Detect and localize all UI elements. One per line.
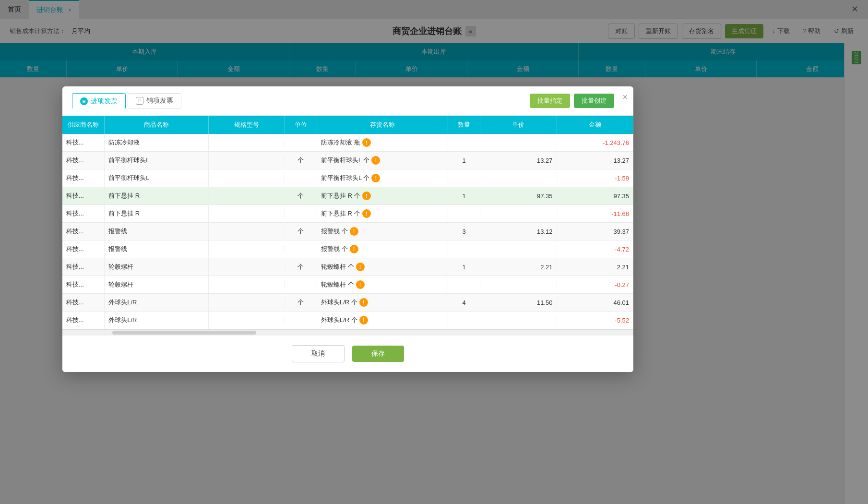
cell-supplier: 科技... bbox=[62, 312, 105, 329]
cell-amount: 97.35 bbox=[557, 188, 633, 204]
cell-storage: 前平衡杆球头L 个 ! bbox=[317, 169, 448, 187]
th-qty: 数量 bbox=[448, 116, 480, 134]
cell-spec bbox=[209, 227, 285, 236]
cell-unit-price: 97.35 bbox=[480, 188, 557, 204]
cell-supplier: 科技... bbox=[62, 223, 105, 240]
th-product: 商品名称 bbox=[105, 116, 208, 134]
cell-product: 轮毂螺杆 bbox=[105, 276, 208, 293]
modal-footer: 取消 保存 bbox=[62, 335, 633, 372]
cell-unit: 个 bbox=[285, 258, 317, 276]
cell-unit-price: 11.50 bbox=[480, 295, 557, 311]
cell-product: 前下悬挂 R bbox=[105, 187, 208, 204]
warning-icon: ! bbox=[362, 192, 371, 200]
cell-qty bbox=[448, 245, 480, 253]
warning-icon: ! bbox=[356, 263, 365, 271]
tab-out-invoice[interactable]: □ 销项发票 bbox=[128, 93, 181, 108]
cell-unit-price bbox=[480, 316, 557, 324]
cell-supplier: 科技... bbox=[62, 187, 105, 204]
cell-unit bbox=[285, 245, 317, 253]
th-supplier: 供应商名称 bbox=[62, 116, 105, 134]
cell-qty: 1 bbox=[448, 188, 480, 204]
cell-spec bbox=[209, 245, 285, 253]
scroll-area[interactable] bbox=[62, 329, 633, 335]
cell-spec bbox=[209, 174, 285, 182]
cell-storage: 报警线 个 ! bbox=[317, 223, 448, 240]
cell-unit bbox=[285, 138, 317, 147]
cell-amount: -0.27 bbox=[557, 277, 633, 293]
cell-product: 外球头L/R bbox=[105, 312, 208, 329]
table-row: 科技... 报警线 报警线 个 ! -4.72 bbox=[62, 240, 633, 258]
warning-icon: ! bbox=[362, 209, 371, 218]
cell-storage: 前平衡杆球头L 个 ! bbox=[317, 152, 448, 169]
warning-icon: ! bbox=[350, 227, 358, 236]
batch-assign-button[interactable]: 批量指定 bbox=[530, 94, 570, 108]
cell-amount: 2.21 bbox=[557, 259, 633, 275]
cell-spec bbox=[209, 316, 285, 324]
cell-supplier: 科技... bbox=[62, 276, 105, 293]
cell-storage: 前下悬挂 R 个 ! bbox=[317, 205, 448, 222]
warning-icon: ! bbox=[350, 245, 358, 253]
cell-product: 报警线 bbox=[105, 223, 208, 240]
tab-out-icon: □ bbox=[136, 97, 143, 105]
cell-spec bbox=[209, 209, 285, 218]
cancel-button[interactable]: 取消 bbox=[292, 345, 345, 362]
modal-close-button[interactable]: × bbox=[622, 92, 628, 102]
modal-dialog: ◉ 进项发票 □ 销项发票 批量指定 批量创建 × 供应商名称 商品名称 规格型… bbox=[62, 86, 633, 372]
table-row: 科技... 前平衡杆球头L 前平衡杆球头L 个 ! -1.59 bbox=[62, 169, 633, 187]
cell-unit bbox=[285, 316, 317, 324]
cell-supplier: 科技... bbox=[62, 152, 105, 169]
cell-storage: 轮毂螺杆 个 ! bbox=[317, 276, 448, 293]
cell-spec bbox=[209, 280, 285, 289]
cell-supplier: 科技... bbox=[62, 169, 105, 187]
cell-qty bbox=[448, 316, 480, 324]
tab-in-invoice[interactable]: ◉ 进项发票 bbox=[72, 93, 126, 108]
warning-icon: ! bbox=[371, 174, 380, 182]
cell-product: 前下悬挂 R bbox=[105, 205, 208, 222]
cell-qty bbox=[448, 138, 480, 147]
th-unit-price: 单价 bbox=[480, 116, 557, 134]
cell-unit-price: 13.12 bbox=[480, 224, 557, 240]
warning-icon: ! bbox=[362, 138, 371, 147]
table-row: 科技... 前下悬挂 R 个 前下悬挂 R 个 ! 1 97.35 97.35 bbox=[62, 187, 633, 205]
cell-unit: 个 bbox=[285, 152, 317, 169]
cell-spec bbox=[209, 192, 285, 200]
save-button[interactable]: 保存 bbox=[352, 346, 404, 362]
table-row: 科技... 轮毂螺杆 个 轮毂螺杆 个 ! 1 2.21 2.21 bbox=[62, 258, 633, 276]
cell-unit bbox=[285, 209, 317, 218]
cell-unit bbox=[285, 174, 317, 182]
cell-qty: 3 bbox=[448, 224, 480, 240]
cell-storage: 外球头L/R 个 ! bbox=[317, 294, 448, 311]
th-spec: 规格型号 bbox=[209, 116, 285, 134]
scrollbar-thumb[interactable] bbox=[112, 331, 256, 335]
cell-qty bbox=[448, 280, 480, 289]
warning-icon: ! bbox=[356, 280, 365, 289]
cell-product: 报警线 bbox=[105, 240, 208, 258]
cell-spec bbox=[209, 298, 285, 307]
cell-supplier: 科技... bbox=[62, 258, 105, 276]
cell-supplier: 科技... bbox=[62, 294, 105, 311]
cell-supplier: 科技... bbox=[62, 240, 105, 258]
tab-in-icon: ◉ bbox=[80, 97, 88, 105]
cell-storage: 外球头L/R 个 ! bbox=[317, 312, 448, 329]
cell-spec bbox=[209, 138, 285, 147]
modal-header: ◉ 进项发票 □ 销项发票 批量指定 批量创建 × bbox=[62, 86, 633, 116]
cell-qty bbox=[448, 174, 480, 182]
warning-icon: ! bbox=[371, 156, 380, 165]
cell-qty bbox=[448, 209, 480, 218]
cell-unit: 个 bbox=[285, 223, 317, 240]
cell-product: 轮毂螺杆 bbox=[105, 258, 208, 276]
cell-amount: 13.27 bbox=[557, 153, 633, 168]
table-row: 科技... 外球头L/R 个 外球头L/R 个 ! 4 11.50 46.01 bbox=[62, 294, 633, 312]
batch-create-button[interactable]: 批量创建 bbox=[574, 94, 614, 108]
cell-qty: 1 bbox=[448, 259, 480, 275]
cell-unit: 个 bbox=[285, 294, 317, 311]
table-row: 科技... 前平衡杆球头L 个 前平衡杆球头L 个 ! 1 13.27 13.2… bbox=[62, 152, 633, 169]
cell-amount: 39.37 bbox=[557, 224, 633, 240]
cell-product: 防冻冷却液 bbox=[105, 134, 208, 151]
cell-product: 前平衡杆球头L bbox=[105, 152, 208, 169]
table-row: 科技... 报警线 个 报警线 个 ! 3 13.12 39.37 bbox=[62, 223, 633, 240]
cell-product: 前平衡杆球头L bbox=[105, 169, 208, 187]
cell-unit-price: 13.27 bbox=[480, 153, 557, 168]
modal-tabs: ◉ 进项发票 □ 销项发票 bbox=[72, 93, 181, 108]
cell-amount: -11.68 bbox=[557, 206, 633, 222]
